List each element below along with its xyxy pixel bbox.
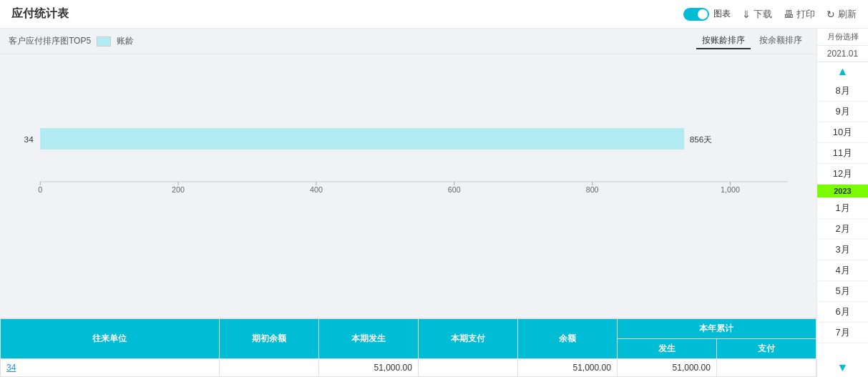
- sidebar-month-item[interactable]: 3月: [817, 240, 868, 260]
- sidebar-title: 月份选择: [817, 29, 868, 46]
- th-bnj-fasheng: 发生: [617, 339, 716, 359]
- th-qichu: 期初余额: [219, 319, 318, 359]
- th-bennianjilei: 本年累计: [617, 319, 816, 339]
- sidebar-month-item[interactable]: 2023: [817, 185, 868, 198]
- chart-header: 客户应付排序图TOP5 账龄 按账龄排序 按余额排序: [0, 29, 816, 54]
- chart-area: 34 856天 0 200 400 600 800: [0, 54, 816, 318]
- td-qichu: [219, 359, 318, 377]
- sidebar-month-item[interactable]: 8月: [817, 81, 868, 102]
- td-fasheng: 51,000.00: [318, 359, 418, 377]
- table-header-row1: 往来单位 期初余额 本期发生 本期支付 余额 本年累计: [1, 319, 816, 339]
- sidebar-month-list: 8月9月10月11月12月20231月2月3月4月5月6月7月: [817, 81, 868, 358]
- sort-by-balance-button[interactable]: 按余额排序: [754, 33, 808, 49]
- sidebar-month-item[interactable]: 11月: [817, 143, 868, 164]
- th-fasheng: 本期发生: [318, 319, 418, 359]
- sidebar-nav-down-button[interactable]: ▼: [817, 358, 868, 377]
- table-wrapper: 往来单位 期初余额 本期发生 本期支付 余额 本年累计 发生 支付: [0, 318, 816, 377]
- td-yue: 51,000.00: [517, 359, 617, 377]
- sidebar-month-item[interactable]: 7月: [817, 323, 868, 343]
- table-row: 34 51,000.00 51,000.00 51,000.00: [1, 359, 816, 377]
- bar-end-label: 856天: [690, 135, 712, 144]
- legend-color-box: [97, 36, 111, 46]
- data-table: 往来单位 期初余额 本期发生 本期支付 余额 本年累计 发生 支付: [0, 318, 816, 377]
- sidebar-month-item[interactable]: 4月: [817, 260, 868, 281]
- app-container: 应付统计表 图表 ⇓ 下载 🖶 打印 ↻ 刷新: [0, 0, 868, 377]
- sidebar-month-item[interactable]: 6月: [817, 302, 868, 323]
- sort-by-age-button[interactable]: 按账龄排序: [696, 33, 751, 49]
- chart-legend: 客户应付排序图TOP5 账龄: [9, 35, 134, 47]
- th-yue: 余额: [517, 319, 617, 359]
- toggle-track[interactable]: [683, 8, 709, 21]
- sidebar-year-display: 2021.01: [817, 46, 868, 62]
- table-container: 往来单位 期初余额 本期发生 本期支付 余额 本年累计 发生 支付: [0, 318, 816, 377]
- print-label: 打印: [796, 8, 815, 21]
- svg-text:800: 800: [586, 186, 599, 194]
- sidebar: 月份选择 2021.01 ▲ 8月9月10月11月12月20231月2月3月4月…: [816, 29, 868, 377]
- sidebar-month-item[interactable]: 1月: [817, 198, 868, 219]
- svg-text:0: 0: [38, 186, 42, 194]
- td-laiwai: 34: [1, 359, 220, 377]
- left-panel: 客户应付排序图TOP5 账龄 按账龄排序 按余额排序 34 856天: [0, 29, 816, 377]
- sidebar-month-item[interactable]: 2月: [817, 219, 868, 240]
- download-button[interactable]: ⇓ 下载: [742, 8, 772, 21]
- print-button[interactable]: 🖶 打印: [784, 8, 815, 21]
- chart-toggle[interactable]: 图表: [683, 8, 731, 21]
- header-actions: 图表 ⇓ 下载 🖶 打印 ↻ 刷新: [683, 8, 857, 21]
- svg-text:600: 600: [448, 186, 461, 194]
- print-icon: 🖶: [784, 9, 794, 20]
- refresh-button[interactable]: ↻ 刷新: [826, 8, 857, 21]
- chart-legend-text: 客户应付排序图TOP5: [9, 35, 91, 47]
- svg-text:400: 400: [310, 186, 323, 194]
- top-bar: 应付统计表 图表 ⇓ 下载 🖶 打印 ↻ 刷新: [0, 0, 868, 29]
- table-body: 34 51,000.00 51,000.00 51,000.00: [1, 359, 816, 377]
- td-bnj-zhifu: [716, 359, 816, 377]
- toggle-thumb: [698, 9, 708, 19]
- svg-text:1,000: 1,000: [721, 186, 740, 194]
- th-bnj-zhifu: 支付: [716, 339, 816, 359]
- chart-sort-buttons: 按账龄排序 按余额排序: [696, 33, 808, 49]
- toggle-label: 图表: [713, 8, 731, 20]
- download-label: 下载: [754, 8, 772, 21]
- content-area: 客户应付排序图TOP5 账龄 按账龄排序 按余额排序 34 856天: [0, 29, 868, 377]
- chart-legend-box-label: 账龄: [117, 35, 134, 47]
- refresh-icon: ↻: [826, 9, 835, 20]
- svg-text:200: 200: [172, 186, 185, 194]
- refresh-label: 刷新: [838, 8, 857, 21]
- td-bnj-fasheng: 51,000.00: [617, 359, 716, 377]
- laiwai-link[interactable]: 34: [6, 363, 16, 373]
- page-title: 应付统计表: [11, 6, 69, 21]
- bar-rect: [40, 128, 684, 150]
- th-zhifu: 本期支付: [418, 319, 517, 359]
- bar-chart-svg: 34 856天 0 200 400 600 800: [6, 60, 811, 217]
- sidebar-month-item[interactable]: 10月: [817, 122, 868, 143]
- download-icon: ⇓: [742, 9, 751, 20]
- sidebar-month-item[interactable]: 9月: [817, 102, 868, 122]
- sidebar-nav-up-button[interactable]: ▲: [817, 62, 868, 81]
- bar-y-label: 34: [24, 135, 34, 144]
- th-laiwai: 往来单位: [1, 319, 220, 359]
- td-zhifu: [418, 359, 517, 377]
- sidebar-month-item[interactable]: 12月: [817, 164, 868, 185]
- sidebar-month-item[interactable]: 5月: [817, 281, 868, 302]
